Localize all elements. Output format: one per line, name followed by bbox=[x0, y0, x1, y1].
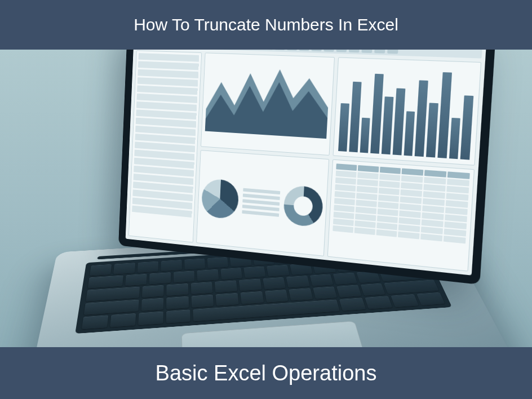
data-table-panel bbox=[327, 159, 474, 272]
bar-chart-panel bbox=[333, 57, 481, 165]
row-list-panel bbox=[128, 50, 202, 242]
donut-chart-icon bbox=[283, 184, 323, 227]
subtitle-text: Basic Excel Operations bbox=[156, 361, 377, 385]
title-text: How To Truncate Numbers In Excel bbox=[134, 15, 398, 34]
pie-chart-icon bbox=[201, 178, 239, 220]
title-banner-bottom: Basic Excel Operations bbox=[0, 347, 532, 399]
hero-scene bbox=[0, 50, 532, 347]
pie-donut-panel bbox=[196, 150, 329, 256]
spreadsheet-app bbox=[125, 50, 486, 276]
bar-chart-icon bbox=[337, 61, 477, 161]
laptop-screen bbox=[118, 50, 496, 285]
laptop-trackpad bbox=[181, 321, 371, 347]
area-chart-icon bbox=[205, 56, 330, 139]
title-banner-top: How To Truncate Numbers In Excel bbox=[0, 0, 532, 50]
table-icon bbox=[331, 163, 470, 267]
area-chart-panel bbox=[201, 52, 335, 156]
